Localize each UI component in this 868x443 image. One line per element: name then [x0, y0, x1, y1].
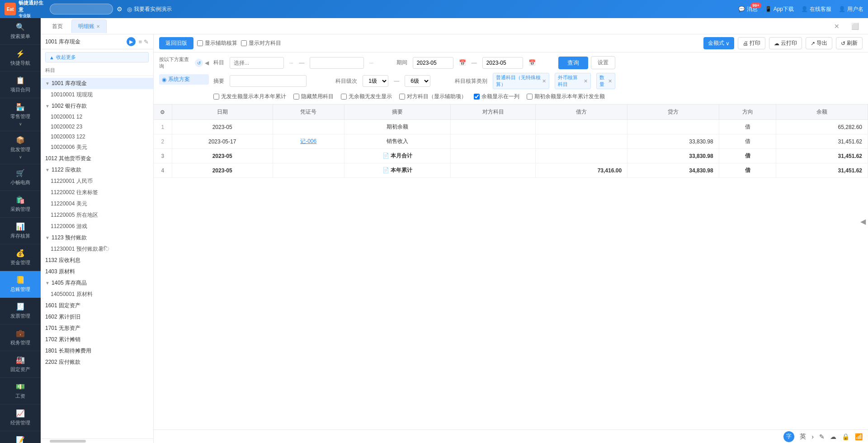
tree-item-11220004[interactable]: 11220004 美元 — [41, 198, 153, 210]
level-start-select[interactable]: 1级2级3级 — [363, 75, 388, 87]
export-btn[interactable]: ↗ 导出 — [806, 37, 832, 49]
scheme-system-btn[interactable]: ◉ 系统方案 — [159, 74, 209, 85]
tree-item-1602[interactable]: 1602 累计折旧 — [41, 311, 153, 323]
sidebar-item-project[interactable]: 📋 项目合同 — [0, 71, 41, 98]
tree-item-11230001[interactable]: 11230001 预付账款暑ि — [41, 243, 153, 255]
notification-btn[interactable]: 💬 消息 99+ — [738, 5, 757, 13]
tree-item-1702[interactable]: 1702 累计摊销 — [41, 334, 153, 345]
tree-item-14050001[interactable]: 14050001 原材料 — [41, 289, 153, 300]
tree-item-10020003[interactable]: 10020003 122 — [41, 132, 153, 142]
tree-item-10020006[interactable]: 10020006 美元 — [41, 142, 153, 153]
sidebar-item-inventory[interactable]: 📊 库存核算 — [0, 218, 41, 244]
app-download-btn[interactable]: 📱 App下载 — [765, 5, 794, 13]
tree-item-2202[interactable]: 2202 应付账款 — [41, 357, 153, 368]
check4-group[interactable]: 对方科目（显示辅助项） — [399, 93, 467, 100]
filter-tag-normal[interactable]: 普通科目（无特殊核算） ✕ — [493, 73, 549, 89]
lang-en-icon[interactable]: 英 — [800, 433, 806, 441]
filter-tag-qty-close[interactable]: ✕ — [608, 78, 612, 84]
filter-tag-foreign[interactable]: 外币核算科目 ✕ — [555, 73, 590, 89]
cloud-print-btn[interactable]: ☁ 云打印 — [769, 37, 802, 49]
check6-group[interactable]: 期初余额显示本年累计发生额 — [527, 93, 605, 100]
tree-item-10020001[interactable]: 10020001 12 — [41, 112, 153, 122]
tree-item-1001[interactable]: ▼ 1001 库存现金 — [41, 78, 153, 89]
tree-item-11220002[interactable]: 11220002 往来标签 — [41, 187, 153, 198]
check1[interactable] — [213, 94, 219, 100]
sidebar-item-finance[interactable]: 💰 资金管理 — [0, 244, 41, 271]
check5-group[interactable]: 余额显示在一列 — [474, 93, 519, 100]
sidebar-item-ledger[interactable]: 📒 总账管理 — [0, 271, 41, 298]
query-btn[interactable]: 查询 — [558, 57, 588, 69]
tree-item-1701[interactable]: 1701 无形资产 — [41, 323, 153, 334]
tree-item-1601[interactable]: 1601 固定资产 — [41, 300, 153, 311]
show-contra-check[interactable]: 显示对方科目 — [241, 39, 281, 47]
check4[interactable] — [399, 94, 405, 100]
th-settings[interactable]: ⚙ — [154, 105, 172, 120]
period-start-input[interactable] — [413, 57, 453, 69]
sidebar-item-search[interactable]: 🔍 搜索菜单 — [0, 18, 41, 45]
sidebar-item-tax[interactable]: 💼 税务管理 — [0, 324, 41, 351]
tree-item-10010001[interactable]: 10010001 现现现 — [41, 89, 153, 100]
filter-tag-qty[interactable]: 数量 ✕ — [596, 73, 615, 89]
demo-link[interactable]: ◎ 我要看实例演示 — [127, 5, 172, 13]
sidebar-item-purchase[interactable]: 🛍️ 采购管理 — [0, 191, 41, 218]
list-icon[interactable]: ≡ — [138, 38, 142, 45]
check2-group[interactable]: 隐藏禁用科目 — [293, 93, 334, 100]
tree-item-1123[interactable]: ▼ 1123 预付账款 — [41, 232, 153, 243]
check2[interactable] — [293, 94, 299, 100]
back-btn[interactable]: 返回旧版 — [159, 37, 193, 49]
h-scrollbar[interactable] — [41, 438, 153, 443]
pencil-icon[interactable]: ✎ — [819, 433, 825, 440]
settings-icon[interactable]: ⚙ — [117, 5, 123, 13]
lock-icon[interactable]: 🔒 — [842, 433, 849, 440]
tree-item-1002[interactable]: ▼ 1002 银行存款 — [41, 100, 153, 112]
tab-ledger-close[interactable]: ✕ — [96, 24, 100, 29]
refresh-btn[interactable]: ↺ 刷新 — [836, 37, 863, 49]
top-search-input[interactable] — [50, 4, 113, 14]
tab-ledger[interactable]: 明细账 ✕ — [71, 19, 107, 33]
tree-item-1405[interactable]: ▼ 1405 库存商品 — [41, 277, 153, 289]
edit-icon[interactable]: ✎ — [144, 38, 149, 45]
expand-more-btn[interactable]: ▲ 收起更多 — [45, 52, 149, 62]
filter-tag-normal-close[interactable]: ✕ — [542, 78, 546, 84]
show-aux-check[interactable]: 显示辅助核算 — [197, 39, 237, 47]
show-aux-checkbox[interactable] — [197, 40, 203, 46]
sidebar-item-retail[interactable]: 🏪 零售管理 ∨ — [0, 98, 41, 131]
tree-item-11220005[interactable]: 11220005 所在地区 — [41, 210, 153, 221]
summary-input[interactable] — [230, 75, 307, 87]
print-btn[interactable]: 🖨 打印 — [738, 37, 765, 49]
window-close-btn[interactable]: ✕ — [830, 21, 844, 32]
tree-item-11220006[interactable]: 11220006 游戏 — [41, 221, 153, 232]
online-service-btn[interactable]: 👤 在线客服 — [801, 5, 831, 13]
tree-item-1801[interactable]: 1801 长期待摊费用 — [41, 345, 153, 357]
sidebar-item-management[interactable]: 📈 经营管理 — [0, 405, 41, 431]
chat-bubble-btn[interactable]: 字 — [783, 431, 794, 442]
tab-home[interactable]: 首页 — [45, 19, 70, 33]
tree-item-1012[interactable]: 1012 其他货币资金 — [41, 153, 153, 164]
filter-tag-foreign-close[interactable]: ✕ — [584, 78, 588, 84]
voucher-link[interactable]: 记-006 — [300, 138, 316, 144]
sidebar-item-ecommerce[interactable]: 🛒 小畅电商 — [0, 164, 41, 191]
user-menu[interactable]: 👤 用户名 — [839, 5, 863, 13]
nav-arrow-btn[interactable]: ▶ — [127, 37, 136, 46]
sidebar-item-wholesale[interactable]: 📦 批发管理 ∨ — [0, 131, 41, 164]
level-end-select[interactable]: 6级1级2级 — [405, 75, 430, 87]
tree-item-11220001[interactable]: 11220001 人民币 — [41, 176, 153, 187]
sidebar-item-assets[interactable]: 🏭 固定资产 — [0, 351, 41, 378]
arrow-right-icon[interactable]: › — [811, 433, 814, 440]
account-selector[interactable]: 1001 库存现金 — [45, 38, 124, 46]
kemu-input[interactable] — [230, 57, 284, 69]
sidebar-item-salary[interactable]: 💵 工资 — [0, 378, 41, 405]
tree-item-1122[interactable]: ▼ 1122 应收款 — [41, 164, 153, 176]
check3[interactable] — [341, 94, 347, 100]
tree-item-1403[interactable]: 1403 原材料 — [41, 266, 153, 277]
sidebar-item-quick-nav[interactable]: ⚡ 快捷导航 — [0, 45, 41, 71]
tree-item-10020002[interactable]: 10020002 23 — [41, 122, 153, 132]
check6[interactable] — [527, 94, 533, 100]
tree-item-1132[interactable]: 1132 应收利息 — [41, 255, 153, 266]
check5[interactable] — [474, 94, 480, 100]
collapse-right-icon[interactable]: ◀ — [860, 217, 866, 226]
sidebar-item-invoice[interactable]: 🧾 发票管理 — [0, 298, 41, 324]
check3-group[interactable]: 无余额无发生显示 — [341, 93, 392, 100]
scheme-collapse-btn[interactable]: ◀ — [205, 60, 209, 66]
kemu-end-input[interactable] — [310, 57, 364, 69]
